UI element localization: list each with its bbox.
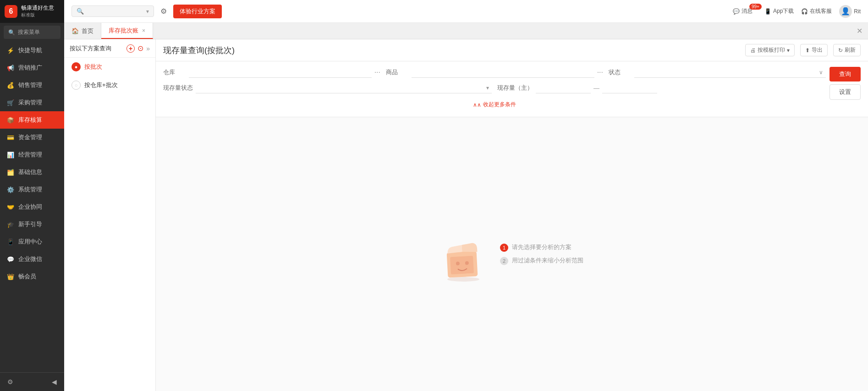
scheme-settings-icon[interactable]: ⊙ bbox=[137, 44, 143, 53]
messages-btn[interactable]: 💬 消息 99+ bbox=[733, 7, 757, 15]
status-label: 状态 bbox=[609, 68, 632, 76]
sidebar-item-finance[interactable]: 💳 资金管理 bbox=[0, 129, 64, 146]
empty-state: 1 请先选择要分析的方案 2 用过滤条件来缩小分析范围 bbox=[156, 117, 868, 391]
tab-inventory-batch[interactable]: 库存批次账 × bbox=[101, 23, 153, 39]
sidebar-item-label: 快捷导航 bbox=[18, 46, 42, 54]
stock-status-label: 现存量状态 bbox=[163, 84, 193, 92]
sidebar-item-label: 资金管理 bbox=[18, 133, 42, 141]
content-area: 按以下方案查询 + ⊙ » ● 按批次 ○ 按仓库+批次 现存量查询(按批次) bbox=[64, 39, 868, 391]
sidebar-collapse-btn[interactable]: ◀ bbox=[50, 376, 59, 387]
warehouse-label: 仓库 bbox=[163, 68, 186, 76]
sidebar-item-label: 基础信息 bbox=[18, 168, 42, 176]
svg-rect-2 bbox=[450, 256, 474, 275]
step2-text: 用过滤条件来缩小分析范围 bbox=[512, 256, 583, 265]
sidebar-item-basic[interactable]: 🗂️ 基础信息 bbox=[0, 163, 64, 181]
scheme-by-warehouse-batch-label: 按仓库+批次 bbox=[84, 81, 118, 89]
stock-qty-min-input[interactable] bbox=[536, 82, 591, 93]
message-icon: 💬 bbox=[733, 8, 740, 15]
user-profile[interactable]: 👤 Rit bbox=[839, 5, 861, 18]
sidebar-footer: ⚙ ◀ bbox=[0, 372, 64, 391]
filter-settings-btn[interactable]: 设置 bbox=[830, 84, 861, 100]
online-service-btn[interactable]: 🎧 在线客服 bbox=[801, 7, 832, 15]
topbar-search-input[interactable] bbox=[87, 8, 143, 15]
sidebar-item-guide[interactable]: 🎓 新手引导 bbox=[0, 216, 64, 233]
print-label: 按模板打印 bbox=[758, 46, 785, 54]
filter-warehouse: 仓库 ··· bbox=[163, 67, 380, 78]
topbar-search-icon: 🔍 bbox=[77, 8, 84, 15]
page-title: 现存量查询(按批次) bbox=[163, 45, 235, 56]
filter-actions: 查询 设置 bbox=[830, 67, 861, 111]
sidebar-search[interactable]: 🔍 搜索菜单 bbox=[4, 26, 60, 39]
sidebar-item-enterprise[interactable]: 🤝 企业协同 bbox=[0, 198, 64, 216]
left-panel: 按以下方案查询 + ⊙ » ● 按批次 ○ 按仓库+批次 bbox=[64, 39, 156, 391]
empty-box-svg bbox=[440, 231, 486, 282]
print-btn[interactable]: 🖨 按模板打印 ▾ bbox=[745, 44, 795, 56]
app-logo: 6 bbox=[5, 5, 17, 18]
export-btn[interactable]: ⬆ 导出 bbox=[800, 44, 828, 56]
export-label: 导出 bbox=[812, 46, 823, 54]
sidebar-item-purchase[interactable]: 🛒 采购管理 bbox=[0, 94, 64, 111]
status-select[interactable]: ∨ bbox=[634, 67, 826, 78]
svg-point-0 bbox=[447, 277, 479, 282]
sidebar-item-wechat[interactable]: 💬 企业微信 bbox=[0, 250, 64, 268]
scheme-by-warehouse-batch[interactable]: ○ 按仓库+批次 bbox=[64, 76, 155, 94]
status-select-arrow: ∨ bbox=[819, 69, 823, 76]
phone-icon: 📱 bbox=[764, 8, 771, 15]
stock-status-select[interactable]: ▾ bbox=[196, 83, 492, 93]
sidebar-item-inventory[interactable]: 📦 库存核算 bbox=[0, 111, 64, 129]
tabbar: 🏠 首页 库存批次账 × ✕ bbox=[64, 23, 868, 39]
stock-qty-dash: — bbox=[593, 85, 599, 92]
system-icon: ⚙️ bbox=[6, 185, 15, 194]
app-download-btn[interactable]: 📱 App下载 bbox=[764, 7, 794, 15]
product-dots[interactable]: ··· bbox=[597, 68, 603, 76]
scheme-by-batch-icon: ● bbox=[71, 62, 81, 71]
tab-bar-close-btn[interactable]: ✕ bbox=[851, 27, 868, 35]
topbar-gear-icon[interactable]: ⚙ bbox=[159, 5, 169, 17]
refresh-btn[interactable]: ↻ 刷新 bbox=[833, 44, 861, 56]
product-input[interactable] bbox=[412, 67, 594, 78]
sidebar-item-sales[interactable]: 💰 销售管理 bbox=[0, 76, 64, 94]
sidebar-nav: ⚡ 快捷导航 📢 营销推广 💰 销售管理 🛒 采购管理 📦 库存核算 💳 资金管… bbox=[0, 42, 64, 372]
enterprise-icon: 🤝 bbox=[6, 203, 15, 211]
experience-btn[interactable]: 体验行业方案 bbox=[173, 5, 222, 18]
tab-home[interactable]: 🏠 首页 bbox=[64, 23, 101, 39]
tab-home-label: 首页 bbox=[82, 27, 93, 35]
page-header-actions: 🖨 按模板打印 ▾ ⬆ 导出 ↻ 刷新 bbox=[745, 44, 861, 56]
sidebar-item-app-center[interactable]: 📱 应用中心 bbox=[0, 233, 64, 250]
sidebar-item-quick-nav[interactable]: ⚡ 快捷导航 bbox=[0, 42, 64, 59]
step2-num: 2 bbox=[500, 257, 508, 265]
sidebar-item-system[interactable]: ⚙️ 系统管理 bbox=[0, 181, 64, 198]
product-label: 商品 bbox=[386, 68, 409, 76]
collapse-filter-btn[interactable]: ∧∧ 收起更多条件 bbox=[163, 98, 826, 111]
stock-qty-label: 现存量（主） bbox=[497, 84, 533, 92]
collapse-filter-label: 收起更多条件 bbox=[483, 101, 516, 109]
sidebar-item-marketing[interactable]: 📢 营销推广 bbox=[0, 59, 64, 76]
left-panel-header: 按以下方案查询 + ⊙ » bbox=[64, 39, 155, 58]
add-scheme-btn[interactable]: + bbox=[126, 44, 135, 53]
scheme-by-batch-label: 按批次 bbox=[84, 63, 102, 71]
empty-text: 1 请先选择要分析的方案 2 用过滤条件来缩小分析范围 bbox=[500, 243, 583, 265]
topbar-search-box[interactable]: 🔍 ▾ bbox=[71, 5, 154, 17]
purchase-icon: 🛒 bbox=[6, 98, 15, 107]
basic-icon: 🗂️ bbox=[6, 168, 15, 176]
empty-step-1: 1 请先选择要分析的方案 bbox=[500, 243, 583, 252]
tab-close-icon[interactable]: × bbox=[142, 27, 145, 34]
filter-row-1: 仓库 ··· 商品 ··· 状态 bbox=[163, 67, 826, 78]
sidebar-item-label: 企业微信 bbox=[18, 255, 42, 263]
sidebar-settings-btn[interactable]: ⚙ bbox=[5, 376, 15, 387]
query-btn[interactable]: 查询 bbox=[830, 67, 861, 81]
warehouse-input[interactable] bbox=[189, 67, 372, 78]
warehouse-dots[interactable]: ··· bbox=[374, 68, 380, 76]
left-panel-collapse-icon[interactable]: » bbox=[146, 45, 150, 52]
username-label: Rit bbox=[854, 8, 861, 15]
stock-qty-max-input[interactable] bbox=[602, 82, 657, 93]
sidebar-item-label: 营销推广 bbox=[18, 64, 42, 72]
refresh-label: 刷新 bbox=[845, 46, 856, 54]
scheme-by-batch[interactable]: ● 按批次 bbox=[64, 58, 155, 76]
topbar: 🔍 ▾ ⚙ 体验行业方案 💬 消息 99+ 📱 App下载 🎧 在线客服 bbox=[64, 0, 868, 23]
app-version: 标准版 bbox=[21, 12, 54, 18]
sidebar-item-label: 经营管理 bbox=[18, 151, 42, 159]
sidebar-item-vip[interactable]: 👑 畅会员 bbox=[0, 268, 64, 285]
sidebar-item-operation[interactable]: 📊 经营管理 bbox=[0, 146, 64, 163]
vip-icon: 👑 bbox=[6, 272, 15, 281]
